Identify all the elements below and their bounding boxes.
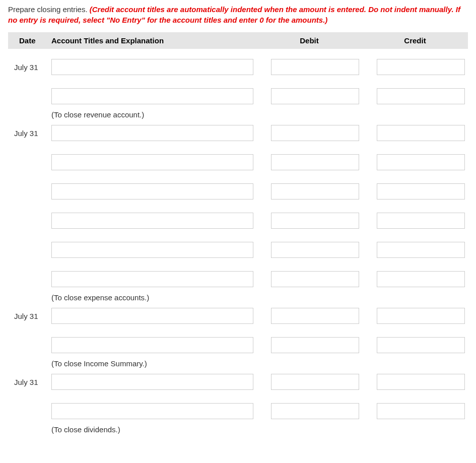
table-row: July 31 — [8, 122, 468, 144]
debit-input[interactable] — [271, 213, 359, 229]
credit-input[interactable] — [377, 308, 465, 324]
debit-input[interactable] — [271, 242, 359, 258]
account-input[interactable] — [51, 271, 253, 287]
explanation-row: (To close revenue account.) — [8, 107, 468, 122]
debit-input[interactable] — [271, 88, 359, 104]
explanation-text: (To close Income Summary.) — [48, 356, 468, 371]
credit-input[interactable] — [377, 242, 465, 258]
account-input[interactable] — [51, 213, 253, 229]
header-credit: Credit — [362, 32, 468, 49]
credit-input[interactable] — [377, 337, 465, 353]
table-row — [8, 239, 468, 261]
explanation-text: (To close revenue account.) — [48, 107, 468, 122]
debit-input[interactable] — [271, 271, 359, 287]
date-cell: July 31 — [8, 56, 48, 78]
explanation-row: (To close dividends.) — [8, 422, 468, 437]
date-cell: July 31 — [8, 371, 48, 393]
debit-input[interactable] — [271, 125, 359, 141]
date-cell: July 31 — [8, 305, 48, 327]
account-input[interactable] — [51, 337, 253, 353]
account-input[interactable] — [51, 59, 253, 75]
explanation-row: (To close Income Summary.) — [8, 356, 468, 371]
debit-input[interactable] — [271, 403, 359, 419]
journal-table: Date Account Titles and Explanation Debi… — [8, 32, 468, 437]
instruction-prefix: Prepare closing entries. — [8, 5, 90, 14]
debit-input[interactable] — [271, 308, 359, 324]
credit-input[interactable] — [377, 271, 465, 287]
credit-input[interactable] — [377, 88, 465, 104]
account-input[interactable] — [51, 154, 253, 170]
credit-input[interactable] — [377, 403, 465, 419]
table-row — [8, 210, 468, 232]
credit-input[interactable] — [377, 59, 465, 75]
table-row: July 31 — [8, 371, 468, 393]
date-cell: July 31 — [8, 122, 48, 144]
table-row — [8, 85, 468, 107]
account-input[interactable] — [51, 88, 253, 104]
table-row — [8, 151, 468, 173]
debit-input[interactable] — [271, 374, 359, 390]
credit-input[interactable] — [377, 374, 465, 390]
debit-input[interactable] — [271, 337, 359, 353]
account-input[interactable] — [51, 183, 253, 200]
table-row — [8, 268, 468, 290]
table-row — [8, 334, 468, 356]
account-input[interactable] — [51, 403, 253, 419]
account-input[interactable] — [51, 125, 253, 141]
credit-input[interactable] — [377, 213, 465, 229]
header-date: Date — [8, 32, 48, 49]
credit-input[interactable] — [377, 154, 465, 170]
explanation-text: (To close expense accounts.) — [48, 290, 468, 305]
header-account: Account Titles and Explanation — [48, 32, 256, 49]
instruction-text: Prepare closing entries. (Credit account… — [8, 4, 468, 25]
table-row: July 31 — [8, 56, 468, 78]
credit-input[interactable] — [377, 125, 465, 141]
account-input[interactable] — [51, 374, 253, 390]
credit-input[interactable] — [377, 183, 465, 200]
table-row — [8, 400, 468, 422]
table-row: July 31 — [8, 305, 468, 327]
explanation-text: (To close dividends.) — [48, 422, 468, 437]
account-input[interactable] — [51, 308, 253, 324]
debit-input[interactable] — [271, 154, 359, 170]
account-input[interactable] — [51, 242, 253, 258]
explanation-row: (To close expense accounts.) — [8, 290, 468, 305]
debit-input[interactable] — [271, 183, 359, 200]
debit-input[interactable] — [271, 59, 359, 75]
table-row — [8, 180, 468, 203]
header-debit: Debit — [256, 32, 362, 49]
header-row: Date Account Titles and Explanation Debi… — [8, 32, 468, 49]
